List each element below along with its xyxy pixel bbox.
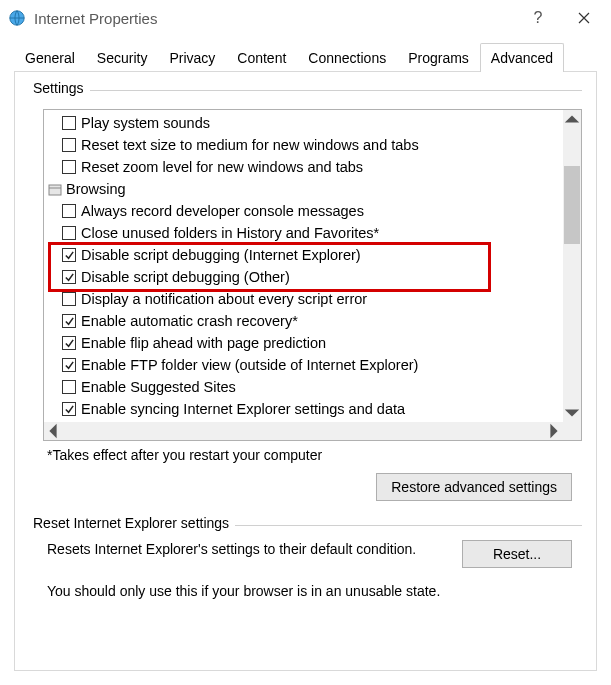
setting-row[interactable]: Enable automatic crash recovery* [44, 310, 581, 332]
setting-label: Always record developer console messages [81, 201, 364, 221]
setting-row[interactable]: Enable flip ahead with page prediction [44, 332, 581, 354]
setting-label: Reset text size to medium for new window… [81, 135, 419, 155]
setting-label: Enable flip ahead with page prediction [81, 333, 326, 353]
checkbox[interactable] [62, 138, 76, 152]
tab-strip: GeneralSecurityPrivacyContentConnections… [14, 42, 597, 71]
checkbox[interactable] [62, 292, 76, 306]
setting-row[interactable]: Enable FTP folder view (outside of Inter… [44, 354, 581, 376]
setting-label: Close unused folders in History and Favo… [81, 223, 379, 243]
checkbox[interactable] [62, 160, 76, 174]
setting-row[interactable]: Play system sounds [44, 112, 581, 134]
scroll-track[interactable] [563, 128, 581, 404]
checkbox[interactable] [62, 226, 76, 240]
scroll-left-icon[interactable] [44, 422, 62, 440]
checkbox[interactable] [62, 270, 76, 284]
settings-group: Settings Play system soundsReset text si… [33, 90, 582, 501]
window-title: Internet Properties [34, 10, 515, 27]
reset-group: Reset Internet Explorer settings Resets … [33, 525, 582, 605]
scroll-thumb[interactable] [564, 166, 580, 244]
setting-label: Enable FTP folder view (outside of Inter… [81, 355, 418, 375]
tab-advanced[interactable]: Advanced [480, 43, 564, 72]
close-button[interactable] [561, 2, 607, 34]
setting-row[interactable]: Reset text size to medium for new window… [44, 134, 581, 156]
setting-label: Play system sounds [81, 113, 210, 133]
scroll-right-icon[interactable] [545, 422, 563, 440]
tab-content[interactable]: Content [226, 43, 297, 72]
checkbox[interactable] [62, 402, 76, 416]
setting-label: Disable script debugging (Internet Explo… [81, 245, 361, 265]
category-icon [48, 182, 62, 196]
reset-button[interactable]: Reset... [462, 540, 572, 568]
reset-warning: You should only use this if your browser… [47, 582, 572, 601]
setting-row[interactable]: Always record developer console messages [44, 200, 581, 222]
checkbox[interactable] [62, 116, 76, 130]
settings-group-label: Settings [33, 80, 90, 96]
titlebar: Internet Properties ? [0, 0, 611, 36]
setting-row[interactable]: Display a notification about every scrip… [44, 288, 581, 310]
vertical-scrollbar[interactable] [563, 110, 581, 422]
checkbox[interactable] [62, 336, 76, 350]
setting-label: Browsing [66, 179, 126, 199]
setting-row[interactable]: Enable syncing Internet Explorer setting… [44, 398, 581, 420]
help-button[interactable]: ? [515, 2, 561, 34]
checkbox[interactable] [62, 248, 76, 262]
reset-group-label: Reset Internet Explorer settings [33, 515, 235, 531]
globe-icon [8, 9, 26, 27]
checkbox[interactable] [62, 314, 76, 328]
setting-label: Display a notification about every scrip… [81, 289, 367, 309]
horizontal-scrollbar[interactable] [44, 422, 581, 440]
setting-row[interactable]: Disable script debugging (Internet Explo… [44, 244, 581, 266]
tab-security[interactable]: Security [86, 43, 159, 72]
restart-footnote: *Takes effect after you restart your com… [47, 447, 582, 463]
setting-row[interactable]: Disable script debugging (Other) [44, 266, 581, 288]
setting-row[interactable]: Close unused folders in History and Favo… [44, 222, 581, 244]
restore-advanced-button[interactable]: Restore advanced settings [376, 473, 572, 501]
checkbox[interactable] [62, 358, 76, 372]
settings-listbox[interactable]: Play system soundsReset text size to med… [43, 109, 582, 441]
tab-privacy[interactable]: Privacy [158, 43, 226, 72]
setting-label: Disable script debugging (Other) [81, 267, 290, 287]
checkbox[interactable] [62, 380, 76, 394]
setting-label: Enable syncing Internet Explorer setting… [81, 399, 405, 419]
tab-page-advanced: Settings Play system soundsReset text si… [14, 71, 597, 671]
setting-label: Enable Suggested Sites [81, 377, 236, 397]
scroll-down-icon[interactable] [563, 404, 581, 422]
scroll-up-icon[interactable] [563, 110, 581, 128]
scroll-track[interactable] [62, 422, 545, 440]
tab-programs[interactable]: Programs [397, 43, 480, 72]
setting-row[interactable]: Reset zoom level for new windows and tab… [44, 156, 581, 178]
setting-label: Reset zoom level for new windows and tab… [81, 157, 363, 177]
tab-connections[interactable]: Connections [297, 43, 397, 72]
svg-rect-1 [49, 185, 61, 195]
reset-description: Resets Internet Explorer's settings to t… [47, 540, 442, 559]
setting-row[interactable]: Enable Suggested Sites [44, 376, 581, 398]
category-row: Browsing [44, 178, 581, 200]
setting-label: Enable automatic crash recovery* [81, 311, 298, 331]
checkbox[interactable] [62, 204, 76, 218]
tab-general[interactable]: General [14, 43, 86, 72]
